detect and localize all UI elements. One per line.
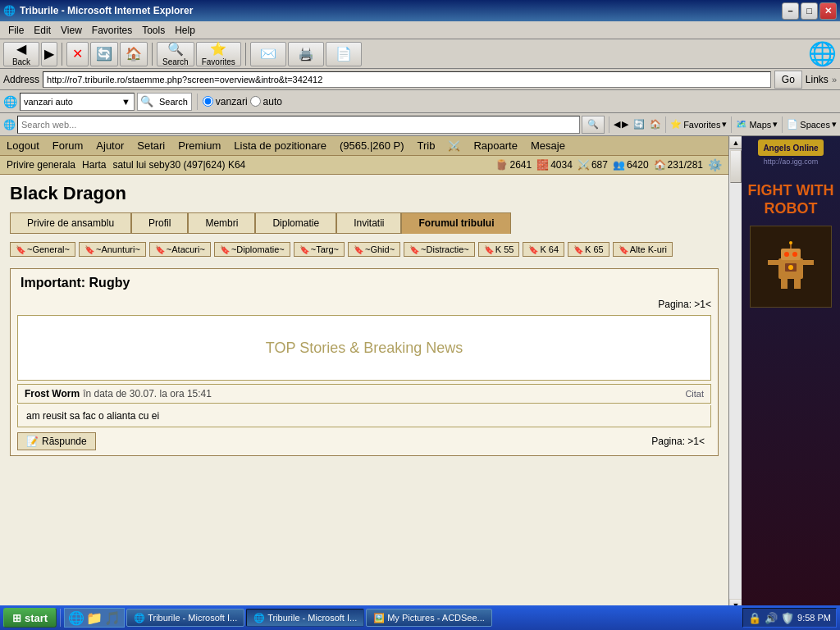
tag-k64[interactable]: 🔖 K 64: [523, 242, 564, 257]
nav-rapoarte[interactable]: Rapoarte: [473, 139, 517, 152]
mail-icon: ✉️: [260, 46, 276, 62]
page-content: Logout Forum Ajutor Setari Premium Lista…: [0, 136, 728, 612]
back-button[interactable]: ◀ Back: [3, 42, 39, 66]
menu-favorites[interactable]: Favorites: [87, 23, 137, 38]
address-bar: Address Go Links »: [0, 69, 840, 90]
reply-bar: 📝 Răspunde Pagina: >1<: [11, 427, 718, 455]
home-button[interactable]: 🏠: [120, 42, 148, 66]
address-input[interactable]: [43, 71, 771, 88]
cite-button[interactable]: Citat: [685, 389, 704, 399]
radio-vanzari-input[interactable]: [203, 96, 213, 107]
stop-button[interactable]: ✕: [66, 42, 89, 66]
web-search-input[interactable]: [17, 116, 580, 134]
favorites-bar-btn[interactable]: ⭐ Favorites ▾: [670, 119, 727, 130]
forward-button[interactable]: ▶: [41, 42, 57, 66]
main-toolbar: ◀ Back ▶ ✕ 🔄 🏠 🔍 Search ⭐ Favorites ✉️ 🖨…: [0, 39, 840, 69]
iron-value: 687: [591, 159, 608, 171]
maps-btn[interactable]: 🗺️ Maps ▾: [736, 119, 778, 130]
menu-file[interactable]: File: [3, 23, 29, 38]
svg-rect-8: [768, 260, 778, 265]
tag-targ[interactable]: 🔖 ~Targ~: [294, 242, 345, 257]
taskbar-item-1[interactable]: 🌐 Triburile - Microsoft I...: [246, 609, 364, 627]
dropdown-value: vanzari auto: [24, 97, 73, 107]
nav-logout[interactable]: Logout: [7, 139, 39, 152]
web-search-button[interactable]: 🔍: [582, 116, 605, 134]
radio-vanzari[interactable]: vanzari: [203, 96, 248, 107]
search-dropdown[interactable]: vanzari auto ▼: [20, 93, 135, 111]
radio-auto-input[interactable]: [250, 96, 261, 107]
site-icon: 🌐: [3, 95, 17, 108]
resource-icons: 🪵 2641 🧱 4034 ⚔️ 687 👥 6420 🏠 231/: [495, 158, 722, 171]
taskbar-item-0[interactable]: 🌐 Triburile - Microsoft I...: [126, 609, 244, 627]
go-button[interactable]: Go: [774, 71, 802, 89]
reply-button[interactable]: 📝 Răspunde: [17, 432, 96, 450]
start-button[interactable]: ⊞ start: [3, 608, 57, 628]
menu-view[interactable]: View: [56, 23, 87, 38]
scroll-track[interactable]: [729, 149, 742, 599]
favorites-button[interactable]: ⭐ Favorites: [196, 42, 241, 66]
tag-k55[interactable]: 🔖 K 55: [478, 242, 520, 257]
ql-media-icon[interactable]: 🎵: [104, 610, 121, 626]
tag-general[interactable]: 🔖 ~General~: [10, 242, 75, 257]
t3-arrow-right[interactable]: ▶: [622, 119, 628, 130]
tray-antivirus-icon: 🛡️: [781, 612, 794, 624]
nav-mesaje[interactable]: Mesaje: [531, 139, 565, 152]
ql-ie-icon[interactable]: 🌐: [68, 610, 84, 626]
forum-title-bar: Important: Rugby: [11, 269, 718, 297]
media-button[interactable]: 📄: [326, 42, 362, 66]
close-button[interactable]: ✕: [819, 2, 837, 20]
tag-atacuri[interactable]: 🔖 ~Atacuri~: [149, 242, 211, 257]
tab-forum[interactable]: Forumul tribului: [401, 212, 511, 234]
tag-k65[interactable]: 🔖 K 65: [568, 242, 609, 257]
tab-invitatii[interactable]: Invitatii: [336, 212, 401, 234]
radio-auto[interactable]: auto: [250, 96, 282, 107]
back-label: Back: [12, 57, 30, 66]
toolbar-separator-1: [62, 43, 62, 66]
menu-bar: File Edit View Favorites Tools Help: [0, 21, 840, 39]
t3-home[interactable]: 🏠: [650, 119, 661, 130]
t3-arrow-left[interactable]: ◀: [614, 119, 620, 130]
scroll-thumb[interactable]: [730, 150, 742, 183]
tag-anunturi[interactable]: 🔖 ~Anunturi~: [79, 242, 146, 257]
tab-membri[interactable]: Membri: [188, 212, 255, 234]
nav-privire-generala[interactable]: Privire generala: [7, 159, 75, 171]
taskbar-item-2[interactable]: 🖼️ My Pictures - ACDSee...: [366, 609, 492, 627]
nav-premium[interactable]: Premium: [178, 139, 221, 152]
t3-sep: [609, 116, 609, 133]
nav-harta[interactable]: Harta: [82, 159, 106, 171]
tag-distractie[interactable]: 🔖 ~Distractie~: [404, 242, 475, 257]
search-magnifier-icon: 🔍: [138, 95, 156, 107]
tag-ghid[interactable]: 🔖 ~Ghid~: [348, 242, 400, 257]
scroll-up-button[interactable]: ▲: [729, 136, 742, 149]
links-button[interactable]: Links: [806, 74, 829, 85]
tag-diplomatie[interactable]: 🔖 ~Diplomatie~: [214, 242, 290, 257]
menu-tools[interactable]: Tools: [137, 23, 170, 38]
tab-privire-ansamblu[interactable]: Privire de ansamblu: [10, 212, 131, 234]
tag-icon-6: 🔖: [409, 245, 419, 254]
minimize-button[interactable]: –: [782, 2, 799, 20]
spaces-btn[interactable]: 📄 Spaces ▾: [787, 119, 837, 130]
mail-button[interactable]: ✉️: [250, 42, 286, 66]
t3-sep2: [665, 116, 666, 133]
nav-ajutor[interactable]: Ajutor: [96, 139, 124, 152]
tag-icon-1: 🔖: [84, 245, 94, 254]
tag-alte-k[interactable]: 🔖 Alte K-uri: [613, 242, 673, 257]
t3-refresh[interactable]: 🔄: [633, 119, 645, 130]
nav-setari[interactable]: Setari: [137, 139, 165, 152]
refresh-button[interactable]: 🔄: [90, 42, 118, 66]
menu-edit[interactable]: Edit: [29, 23, 56, 38]
maximize-button[interactable]: □: [801, 2, 818, 20]
window-controls[interactable]: – □ ✕: [782, 2, 837, 20]
settings-icon[interactable]: ⚙️: [708, 158, 722, 171]
nav-trib[interactable]: Trib: [418, 139, 436, 152]
tab-profil[interactable]: Profil: [131, 212, 188, 234]
search-button[interactable]: 🔍 Search: [157, 42, 194, 66]
tab-diplomatie[interactable]: Diplomatie: [255, 212, 336, 234]
ql-folder-icon[interactable]: 📁: [86, 610, 103, 626]
menu-help[interactable]: Help: [170, 23, 200, 38]
nav-forum[interactable]: Forum: [52, 139, 84, 152]
nav-lista[interactable]: Lista de pozitionare: [234, 139, 326, 152]
print-button[interactable]: 🖨️: [288, 42, 324, 66]
tag-icon-4: 🔖: [299, 245, 309, 254]
search-btn-label[interactable]: Search: [156, 97, 191, 107]
